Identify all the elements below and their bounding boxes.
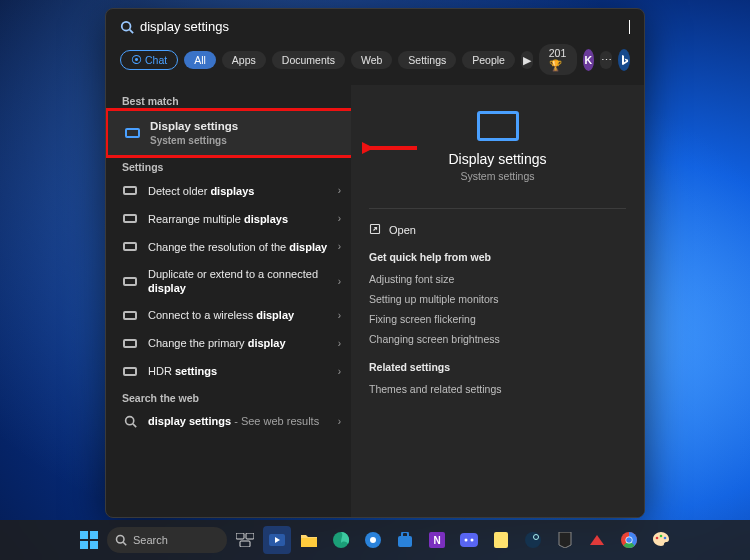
svg-rect-16 bbox=[301, 538, 317, 547]
svg-rect-26 bbox=[494, 532, 508, 548]
browser-icon[interactable] bbox=[359, 526, 387, 554]
rewards-pill[interactable]: 201 🏆 bbox=[539, 44, 577, 75]
search-panel: ⦿Chat All Apps Documents Web Settings Pe… bbox=[105, 8, 645, 518]
chevron-right-icon: › bbox=[338, 366, 341, 377]
settings-header: Settings bbox=[106, 155, 351, 177]
epic-icon[interactable] bbox=[551, 526, 579, 554]
svg-line-11 bbox=[123, 542, 126, 545]
settings-row-text: HDR settings bbox=[148, 364, 328, 378]
search-bar[interactable] bbox=[106, 9, 644, 34]
settings-row[interactable]: HDR settings› bbox=[106, 358, 351, 386]
settings-filter[interactable]: Settings bbox=[398, 51, 456, 69]
settings-row-text: Rearrange multiple displays bbox=[148, 212, 328, 226]
svg-rect-12 bbox=[236, 533, 244, 539]
web-result-text: display settings - See web results bbox=[148, 414, 328, 428]
chat-filter[interactable]: ⦿Chat bbox=[120, 50, 178, 70]
open-icon bbox=[369, 223, 381, 237]
settings-row-text: Connect to a wireless display bbox=[148, 308, 328, 322]
discord-icon[interactable] bbox=[455, 526, 483, 554]
monitor-icon bbox=[122, 239, 138, 255]
related-link[interactable]: Themes and related settings bbox=[369, 379, 626, 399]
svg-text:N: N bbox=[433, 535, 440, 546]
chevron-right-icon: › bbox=[338, 185, 341, 196]
monitor-icon bbox=[122, 336, 138, 352]
store-icon[interactable] bbox=[391, 526, 419, 554]
documents-filter[interactable]: Documents bbox=[272, 51, 345, 69]
svg-rect-6 bbox=[80, 531, 88, 539]
settings-row[interactable]: Rearrange multiple displays› bbox=[106, 205, 351, 233]
task-view-icon[interactable] bbox=[231, 526, 259, 554]
svg-rect-20 bbox=[398, 536, 412, 547]
bing-icon[interactable] bbox=[618, 49, 630, 71]
edge-icon[interactable] bbox=[327, 526, 355, 554]
steam-icon[interactable] bbox=[519, 526, 547, 554]
all-filter[interactable]: All bbox=[184, 51, 216, 69]
chevron-right-icon: › bbox=[338, 241, 341, 252]
settings-row-text: Duplicate or extend to a connected displ… bbox=[148, 267, 328, 296]
notes-icon[interactable] bbox=[487, 526, 515, 554]
svg-rect-8 bbox=[80, 541, 88, 549]
quick-help-link[interactable]: Adjusting font size bbox=[369, 269, 626, 289]
apps-filter[interactable]: Apps bbox=[222, 51, 266, 69]
quick-help-link[interactable]: Setting up multiple monitors bbox=[369, 289, 626, 309]
preview-subtitle: System settings bbox=[369, 170, 626, 182]
armoury-icon[interactable] bbox=[583, 526, 611, 554]
profile-k[interactable]: K bbox=[583, 49, 595, 71]
preview-title: Display settings bbox=[369, 151, 626, 167]
web-filter[interactable]: Web bbox=[351, 51, 392, 69]
quick-help-link[interactable]: Changing screen brightness bbox=[369, 329, 626, 349]
explorer-icon[interactable] bbox=[295, 526, 323, 554]
chevron-right-icon: › bbox=[338, 276, 341, 287]
search-icon bbox=[115, 534, 127, 546]
settings-row[interactable]: Duplicate or extend to a connected displ… bbox=[106, 261, 351, 302]
search-web-header: Search the web bbox=[106, 386, 351, 408]
monitor-icon bbox=[122, 273, 138, 289]
settings-row-text: Change the resolution of the display bbox=[148, 240, 328, 254]
svg-point-35 bbox=[664, 537, 667, 540]
best-match-subtitle: System settings bbox=[150, 134, 341, 147]
preview-pane: Display settings System settings Open Ge… bbox=[351, 85, 644, 517]
search-filters: ⦿Chat All Apps Documents Web Settings Pe… bbox=[106, 34, 644, 85]
monitor-icon bbox=[122, 308, 138, 324]
quick-help-header: Get quick help from web bbox=[369, 251, 626, 263]
chrome-icon[interactable] bbox=[615, 526, 643, 554]
paint-icon[interactable] bbox=[647, 526, 675, 554]
chevron-right-icon: › bbox=[338, 213, 341, 224]
monitor-icon bbox=[122, 183, 138, 199]
web-result-row[interactable]: display settings - See web results › bbox=[106, 408, 351, 436]
best-match-header: Best match bbox=[106, 89, 351, 111]
svg-rect-13 bbox=[246, 533, 254, 539]
video-editor-icon[interactable] bbox=[263, 526, 291, 554]
onenote-icon[interactable]: N bbox=[423, 526, 451, 554]
best-match-row[interactable]: Display settings System settings bbox=[106, 111, 351, 155]
results-list: Best match Display settings System setti… bbox=[106, 85, 351, 517]
svg-rect-9 bbox=[90, 541, 98, 549]
svg-point-2 bbox=[125, 417, 133, 425]
svg-point-10 bbox=[117, 536, 125, 544]
settings-row[interactable]: Detect older displays› bbox=[106, 177, 351, 205]
svg-point-25 bbox=[471, 539, 474, 542]
settings-row[interactable]: Connect to a wireless display› bbox=[106, 302, 351, 330]
more-icon[interactable]: ⋯ bbox=[600, 51, 612, 69]
divider bbox=[369, 208, 626, 209]
settings-row-text: Change the primary display bbox=[148, 336, 328, 350]
chevron-right-icon: › bbox=[338, 310, 341, 321]
text-caret bbox=[629, 20, 630, 34]
monitor-icon bbox=[122, 364, 138, 380]
monitor-icon bbox=[124, 125, 140, 141]
settings-row[interactable]: Change the resolution of the display› bbox=[106, 233, 351, 261]
chevron-right-icon: › bbox=[338, 416, 341, 427]
taskbar-search[interactable]: Search bbox=[107, 527, 227, 553]
monitor-icon bbox=[477, 111, 519, 141]
svg-point-24 bbox=[465, 539, 468, 542]
search-input[interactable] bbox=[140, 19, 623, 34]
svg-line-1 bbox=[130, 29, 134, 33]
settings-row[interactable]: Change the primary display› bbox=[106, 330, 351, 358]
quick-help-link[interactable]: Fixing screen flickering bbox=[369, 309, 626, 329]
trophy-icon: 🏆 bbox=[549, 59, 562, 71]
open-action[interactable]: Open bbox=[369, 221, 626, 239]
play-icon[interactable]: ▶ bbox=[521, 51, 533, 69]
svg-rect-14 bbox=[240, 541, 250, 547]
start-button[interactable] bbox=[75, 526, 103, 554]
people-filter[interactable]: People bbox=[462, 51, 515, 69]
